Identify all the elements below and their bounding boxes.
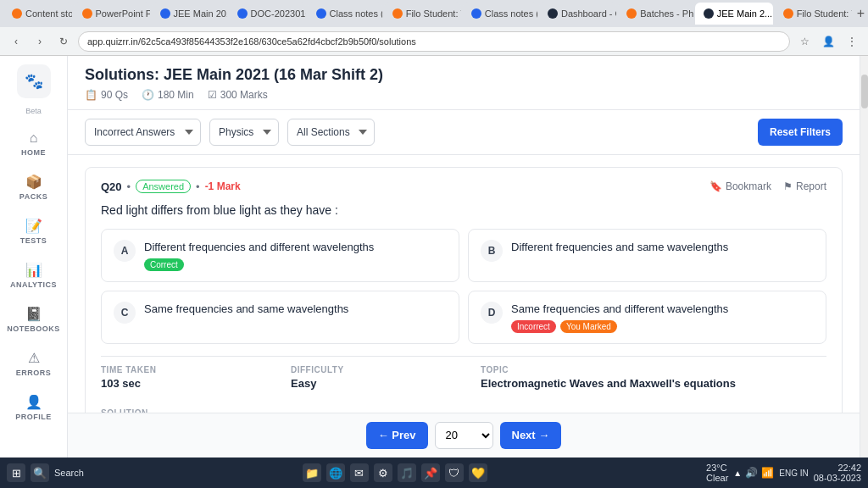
tab-filo-2[interactable]: Filo Student: V... (775, 3, 852, 25)
subject-filter-select[interactable]: Physics (209, 119, 279, 146)
option-c-text: Same frequencies and same wavelengths (144, 302, 447, 317)
tab-content-store[interactable]: Content store (3, 3, 72, 25)
incorrect-badge: Incorrect (511, 320, 556, 333)
sidebar-item-profile[interactable]: 👤 PROFILE (4, 387, 64, 428)
tab-favicon (471, 8, 481, 19)
tests-icon: 📝 (25, 218, 42, 234)
refresh-button[interactable]: ↻ (54, 32, 73, 51)
tab-powerpoint[interactable]: PowerPoint Pr... (74, 3, 150, 25)
new-tab-button[interactable]: + (857, 6, 865, 21)
app-logo[interactable]: 🐾 (17, 64, 51, 98)
bookmark-star-icon[interactable]: ☆ (795, 32, 814, 51)
question-meta-row: Q20 • Answered • -1 Mark 🔖 Bookmark ⚑ Re… (101, 180, 826, 193)
filters-bar: Incorrect Answers Physics All Sections R… (68, 110, 860, 155)
option-d-text: Same frequencies and different wavelengt… (511, 302, 728, 317)
tab-class-notes-2[interactable]: Class notes (f... (463, 3, 537, 25)
page-number-select[interactable]: 10 20 30 40 50 (435, 422, 493, 449)
scrollbar-thumb[interactable] (861, 75, 868, 108)
page-header: Solutions: JEE Main 2021 (16 Mar Shift 2… (68, 56, 860, 110)
option-a-text: Different frequencies and different wave… (144, 240, 374, 255)
taskbar-app-5[interactable]: 🎵 (398, 463, 416, 482)
chevron-up-icon[interactable]: ▲ (733, 469, 742, 478)
sidebar-item-analytics[interactable]: 📊 ANALYTICS (4, 255, 64, 296)
prev-button[interactable]: ← Prev (366, 422, 428, 449)
sidebar-item-tests[interactable]: 📝 TESTS (4, 211, 64, 252)
tab-favicon (316, 8, 326, 19)
option-a-badges: Correct (144, 258, 374, 271)
taskbar-app-3[interactable]: ✉ (350, 463, 369, 482)
taskbar-app-2[interactable]: 🌐 (326, 463, 345, 482)
next-button[interactable]: Next → (500, 422, 562, 449)
browser-nav: ‹ › ↻ app.quizrr.in/62c5ca493f85644353f2… (0, 27, 868, 56)
option-c-letter: C (114, 302, 136, 324)
pagination-bar: ← Prev 10 20 30 40 50 Next → (68, 413, 860, 458)
question-actions: 🔖 Bookmark ⚑ Report (709, 180, 826, 192)
profile-icon[interactable]: 👤 (819, 32, 837, 51)
option-b-text: Different frequencies and same wavelengt… (511, 240, 814, 255)
option-a-card[interactable]: A Different frequencies and different wa… (101, 229, 459, 282)
speaker-icon[interactable]: 🔊 (745, 467, 758, 479)
answered-badge: Answered (136, 180, 191, 193)
network-icon[interactable]: 📶 (761, 467, 774, 479)
time-icon: 🕐 (142, 89, 154, 101)
logo-icon: 🐾 (25, 72, 43, 91)
taskbar-app-4[interactable]: ⚙ (374, 463, 392, 482)
answer-filter-select[interactable]: Incorrect Answers (85, 119, 201, 146)
report-button[interactable]: ⚑ Report (783, 180, 826, 192)
bookmark-button[interactable]: 🔖 Bookmark (709, 180, 771, 192)
page-meta: 📋 90 Qs 🕐 180 Min ☑ 300 Marks (85, 89, 843, 101)
question-text: Red light differs from blue light as the… (101, 203, 826, 217)
question-meta-left: Q20 • Answered • -1 Mark (101, 180, 241, 193)
taskbar-app-1[interactable]: 📁 (303, 463, 321, 482)
stats-row: TIME TAKEN 103 sec DIFFICULTY Easy TOPIC… (101, 356, 826, 400)
tab-filo-1[interactable]: Filo Student: V... (384, 3, 461, 25)
tab-favicon (237, 8, 248, 19)
taskbar-app-6[interactable]: 📌 (421, 463, 440, 482)
forward-button[interactable]: › (31, 32, 49, 51)
taskbar-app-8[interactable]: 💛 (469, 463, 487, 482)
settings-icon[interactable]: ⋮ (843, 32, 861, 51)
section-filter-select[interactable]: All Sections (287, 119, 375, 146)
tab-favicon (12, 8, 22, 19)
scrollbar[interactable] (860, 56, 868, 458)
tab-jee-main-active[interactable]: JEE Main 2... ✕ (695, 3, 773, 25)
difficulty-stat: DIFFICULTY Easy (291, 365, 464, 390)
tab-favicon (626, 8, 637, 19)
main-content: Solutions: JEE Main 2021 (16 Mar Shift 2… (68, 56, 860, 458)
option-b-card[interactable]: B Different frequencies and same wavelen… (468, 229, 826, 282)
tab-batches[interactable]: Batches - Phy... (618, 3, 693, 25)
sidebar-item-packs[interactable]: 📦 PACKS (4, 167, 64, 208)
questions-icon: 📋 (85, 89, 97, 101)
taskbar-app-7[interactable]: 🛡 (445, 463, 464, 482)
tab-doc[interactable]: DOC-2023010... (229, 3, 306, 25)
bookmark-icon: 🔖 (709, 180, 722, 192)
taskbar-right: 23°C Clear ▲ 🔊 📶 ENG IN 22:42 08-03-2023 (706, 463, 861, 483)
tab-class-notes-1[interactable]: Class notes (f... (308, 3, 382, 25)
correct-badge: Correct (144, 258, 184, 271)
home-icon: ⌂ (30, 130, 38, 146)
sidebar-item-errors[interactable]: ⚠ ERRORS (4, 343, 64, 384)
tab-favicon (392, 8, 403, 19)
search-taskbar-label[interactable]: Search (54, 468, 84, 478)
option-d-card[interactable]: D Same frequencies and different wavelen… (468, 291, 826, 344)
tab-jee[interactable]: JEE Main 201... (152, 3, 227, 25)
back-button[interactable]: ‹ (7, 32, 25, 51)
beta-label: Beta (25, 107, 42, 115)
search-taskbar-button[interactable]: 🔍 (31, 463, 49, 482)
taskbar: ⊞ 🔍 Search 📁 🌐 ✉ ⚙ 🎵 📌 🛡 💛 23°C Clear ▲ … (0, 458, 868, 488)
browser-tabs: Content store PowerPoint Pr... JEE Main … (0, 0, 868, 27)
sidebar: 🐾 Beta ⌂ HOME 📦 PACKS 📝 TESTS 📊 ANALYTIC… (0, 56, 68, 458)
start-button[interactable]: ⊞ (7, 463, 25, 482)
time-display: 22:42 08-03-2023 (814, 463, 861, 483)
system-icons: ▲ 🔊 📶 (733, 467, 774, 479)
mark-badge: -1 Mark (205, 180, 241, 192)
tab-dashboard[interactable]: Dashboard - C... (539, 3, 616, 25)
sidebar-item-home[interactable]: ⌂ HOME (4, 124, 64, 164)
weather-display: 23°C Clear (706, 463, 728, 483)
reset-filters-button[interactable]: Reset Filters (758, 119, 843, 146)
address-bar[interactable]: app.quizrr.in/62c5ca493f85644353f2e168/6… (78, 31, 790, 52)
sidebar-item-notebooks[interactable]: 📓 NOTEBOOKS (4, 299, 64, 340)
option-c-card[interactable]: C Same frequencies and same wavelengths (101, 291, 459, 344)
language-display: ENG IN (779, 469, 808, 478)
marks-meta: ☑ 300 Marks (208, 89, 268, 101)
